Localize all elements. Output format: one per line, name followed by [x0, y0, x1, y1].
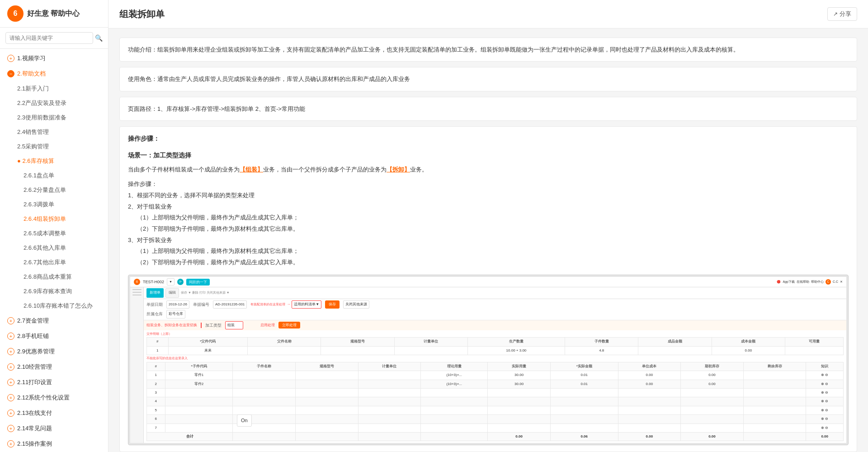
sidebar-item-2-13[interactable]: + 2.13在线支付	[0, 405, 108, 421]
sidebar-item-2-15[interactable]: + 2.15操作案例	[0, 436, 108, 452]
sidebar-item-2-6-8[interactable]: 2.6.8商品成本重算	[0, 270, 108, 284]
sidebar-label-2-15: 2.15操作案例	[17, 440, 52, 448]
mini-footer-c5: 0.00	[488, 432, 551, 441]
mini-lcell-unit-1	[358, 371, 421, 380]
sidebar-item-2-3[interactable]: 2.3使用前数据准备	[0, 110, 108, 125]
main-area: 组装拆卸单 ↗ 分享 功能介绍：组装拆卸单用来处理企业组装或拆卸等加工业务，支持…	[108, 0, 868, 452]
intro-text-3: 页面路径：1、库存核算->库存管理->组装拆卸单 2、首页->常用功能	[128, 105, 305, 112]
mini-lcell-ucost-2: 0.00	[618, 380, 681, 388]
screenshot-container: 6 TEST-H002 ▼ ⟳ 间距的一下 🔴 App下载 在线帮助 帮助中心 …	[128, 275, 849, 446]
mini-lth-sub-name: 子件名称	[233, 362, 296, 371]
mini-anno1-group: 有装配清单的在这里处理 → 适用的料清单▼	[250, 300, 321, 309]
mini-anno4-text: 不能批添写的信息在这里录入	[146, 356, 844, 362]
sidebar-item-2-8[interactable]: + 2.8手机旺铺	[0, 328, 108, 344]
logo-icon: 6	[7, 5, 24, 22]
step3-1: （1）上部明细为父件明细，最终作为原材料生成其它出库单；	[128, 246, 849, 257]
sidebar-item-2-6-4[interactable]: 2.6.4组装拆卸单	[0, 212, 108, 226]
sidebar-item-2-6-3[interactable]: 2.6.3调拨单	[0, 197, 108, 212]
mini-anno3-text: 启用处理	[260, 322, 275, 328]
mini-th-unit: 计量单位	[394, 338, 467, 346]
search-button[interactable]: 🔍	[95, 34, 103, 42]
mini-icon-app: App下载	[783, 279, 794, 285]
mini-footer-c6: 0.06	[550, 432, 618, 441]
mini-th-cost-amt: 成本金额	[712, 338, 785, 346]
mini-sidebar	[130, 287, 144, 443]
mini-anno1-input: 适用的料清单▼	[292, 300, 321, 309]
main-header: 组装拆卸单 ↗ 分享	[108, 0, 868, 29]
mini-lcell-init-2: 0.00	[681, 380, 744, 388]
sidebar: 6 好生意 帮助中心 🔍 + 1.视频学习 − 2.帮助文档 2.1新手入门 2…	[0, 0, 108, 452]
expand-icon-2-10: +	[7, 363, 14, 371]
sidebar-item-2-7[interactable]: + 2.7资金管理	[0, 313, 108, 328]
step1: 1、根据不同的业务，选择不同单据的类型来处理	[128, 190, 849, 201]
mini-lcell-amt-1: 0.01	[550, 371, 618, 380]
step2-1: （1）上部明细为父件明细，最终作为产成品生成其它入库单；	[128, 212, 849, 224]
mini-lcell-theory-1: (10+3)×...	[421, 371, 488, 380]
expand-icon-2-9: +	[7, 348, 14, 355]
intro-block-3: 页面路径：1、库存核算->库存管理->组装拆卸单 2、首页->常用功能	[119, 97, 857, 121]
mini-lcell-rem-2	[743, 380, 806, 388]
sidebar-item-2-14[interactable]: + 2.14常见问题	[0, 421, 108, 436]
mini-lcell-seq-2: 2	[147, 380, 165, 388]
mini-icon-help: 在线帮助	[797, 279, 809, 285]
mini-new-btn[interactable]: 间距的一下	[186, 279, 210, 285]
sidebar-item-2-1[interactable]: 2.1新手入门	[0, 81, 108, 96]
share-button[interactable]: ↗ 分享	[827, 7, 857, 21]
mini-type-label: 加工类型	[205, 322, 222, 329]
sidebar-label-2-13: 2.13在线支付	[17, 409, 52, 417]
sidebar-item-2-6-6[interactable]: 2.6.6其他入库单	[0, 241, 108, 255]
sidebar-item-2-11[interactable]: + 2.11打印设置	[0, 375, 108, 390]
mini-icon-center: 帮助中心	[811, 279, 824, 285]
on-badge: On	[237, 414, 252, 427]
mini-lcell-ops-1: ⊕ ⊖	[806, 371, 844, 380]
sidebar-item-2-6-1[interactable]: 2.6.1盘点单	[0, 168, 108, 183]
search-input[interactable]	[5, 32, 93, 44]
mini-lcell-ucost-1: 0.00	[618, 371, 681, 380]
mini-lcell-seq-1: 1	[147, 371, 165, 380]
mini-avatar: C	[826, 279, 831, 285]
mini-footer-c3	[358, 432, 421, 441]
ops-block: 操作步骤： 场景一：加工类型选择 当由多个子件材料组装成一个成品的业务为【组装】…	[119, 126, 857, 452]
sidebar-item-2-4[interactable]: 2.4销售管理	[0, 125, 108, 139]
mini-lth-spec: 规格型号	[295, 362, 358, 371]
mini-lcell-actual-1: 30.00	[488, 371, 551, 380]
sidebar-item-2-6[interactable]: ● 2.6库存核算	[0, 154, 108, 168]
mini-lower-table-area: # *子件代码 子件名称 规格型号 计量单位 理论用量 实际用量 *实际金额	[144, 362, 846, 443]
mini-save-btn[interactable]: 保存	[325, 300, 340, 309]
intro-text-1: 功能介绍：组装拆卸单用来处理企业组装或拆卸等加工业务，支持有固定装配清单的产品加…	[128, 46, 739, 53]
sidebar-item-2-2[interactable]: 2.2产品安装及登录	[0, 96, 108, 110]
search-area: 🔍	[0, 28, 108, 49]
mini-upper-cell-pamt	[638, 346, 712, 355]
sidebar-item-2-5[interactable]: 2.5采购管理	[0, 139, 108, 154]
mini-anno2-arrow	[201, 323, 202, 328]
step3: 3、对于拆装业务	[128, 235, 849, 246]
mini-th-seq: #	[147, 338, 169, 346]
mini-type-row: 组装业务、拆卸业务在这里切换 加工类型 组装 启用处理 立即处理	[146, 321, 844, 329]
sidebar-item-2-9[interactable]: + 2.9优惠券管理	[0, 344, 108, 359]
sidebar-item-2-12[interactable]: + 2.12系统个性化设置	[0, 390, 108, 405]
sidebar-label-1: 1.视频学习	[17, 54, 46, 62]
mini-lower-row-3: 3⊕ ⊖	[147, 389, 844, 397]
mini-side-icon-3	[132, 295, 142, 295]
mini-no-label: 单据编号	[193, 301, 209, 308]
sidebar-item-1[interactable]: + 1.视频学习	[0, 51, 108, 66]
sidebar-item-2[interactable]: − 2.帮助文档	[0, 66, 108, 81]
mini-confirm-btn[interactable]: 立即处理	[278, 322, 300, 328]
mini-th-parent-code: *父件代码	[168, 338, 247, 346]
mini-upper-label: 父件明细（上部）	[146, 331, 844, 337]
sidebar-item-2-6-2[interactable]: 2.6.2分量盘点单	[0, 183, 108, 197]
mini-th-spec: 规格型号	[321, 338, 394, 346]
mini-lth-unit: 计量单位	[358, 362, 421, 371]
sidebar-item-2-6-10[interactable]: 2.6.10库存账本错了怎么办	[0, 299, 108, 313]
mini-upper-cell-prod: 10.00 + 3.00	[467, 346, 565, 355]
sidebar-label-2-7: 2.7资金管理	[17, 317, 49, 325]
sidebar-item-2-6-7[interactable]: 2.6.7其他出库单	[0, 255, 108, 270]
mini-side-icon-1	[132, 289, 142, 290]
mini-dropdown: ▼	[167, 278, 175, 286]
mini-lower-row-2: 2 零件2 (10+3)×... 30.00 0.01	[147, 380, 844, 388]
sidebar-item-2-6-5[interactable]: 2.6.5成本调整单	[0, 226, 108, 241]
sidebar-item-2-10[interactable]: + 2.10经营管理	[0, 359, 108, 375]
sidebar-item-2-6-9[interactable]: 2.6.9库存账本查询	[0, 284, 108, 299]
mini-lcell-code-2: 零件2	[165, 380, 233, 388]
mini-upper-table-area: 父件明细（上部） # *父件代码 父件名称 规格型号 计量单位	[144, 330, 846, 355]
